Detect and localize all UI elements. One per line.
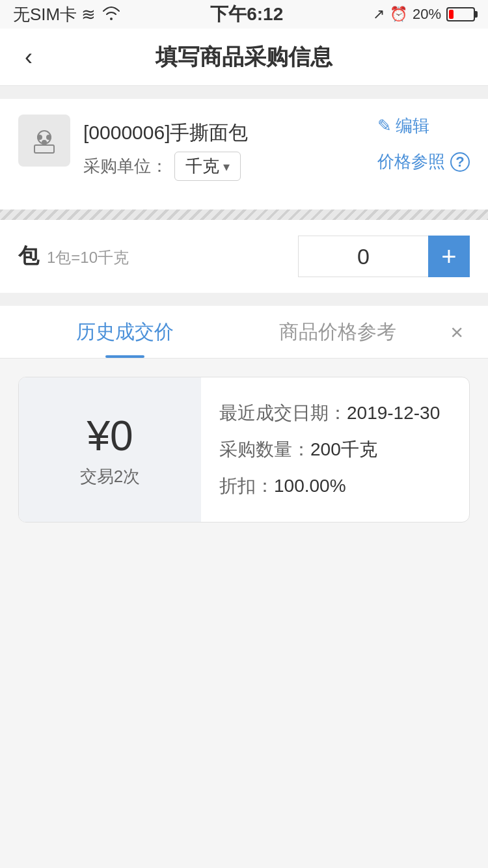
qty-unit: 包: [18, 242, 39, 271]
page-title: 填写商品采购信息: [156, 42, 332, 72]
purchase-qty-label: 采购数量：: [219, 439, 310, 459]
recent-date-label: 最近成交日期：: [219, 403, 347, 423]
price-card: ¥0 交易2次 最近成交日期：2019-12-30 采购数量：200千克 折扣：…: [18, 377, 470, 522]
tabs-section: 历史成交价 商品价格参考 × ¥0 交易2次 最近成交日期：2019-12-30…: [0, 306, 488, 868]
nav-bar: ‹ 填写商品采购信息: [0, 29, 488, 86]
carrier-text: 无SIM卡 ≋: [13, 3, 96, 26]
purchase-qty-value: 200千克: [310, 439, 377, 459]
stripe-divider: [0, 210, 488, 220]
help-icon[interactable]: ?: [450, 152, 470, 172]
unit-label: 采购单位：: [83, 155, 168, 178]
status-right: ↗ ⏰ 20%: [373, 6, 475, 23]
svg-point-2: [46, 135, 51, 140]
price-card-right: 最近成交日期：2019-12-30 采购数量：200千克 折扣：100.00%: [201, 377, 469, 522]
discount-row: 折扣：100.00%: [219, 474, 451, 498]
chevron-down-icon: ▾: [223, 159, 230, 174]
status-left: 无SIM卡 ≋: [13, 3, 120, 26]
svg-rect-4: [34, 145, 54, 153]
product-name: [0000006]手撕面包: [83, 120, 248, 146]
edit-label: 编辑: [396, 115, 429, 137]
battery-percent: 20%: [413, 6, 441, 23]
close-tab-button[interactable]: ×: [444, 313, 470, 351]
qty-conversion: 1包=10千克: [47, 247, 129, 268]
svg-point-1: [37, 135, 42, 140]
tab-product-label: 商品价格参考: [279, 319, 396, 346]
alarm-icon: ⏰: [390, 6, 407, 23]
recent-date-row: 最近成交日期：2019-12-30: [219, 401, 451, 426]
product-header: [0000006]手撕面包 采购单位： 千克 ▾ ✎ 编辑 价格参照 ?: [18, 115, 470, 181]
price-ref-button[interactable]: 价格参照: [377, 150, 445, 173]
tab-history-price[interactable]: 历史成交价: [18, 306, 231, 358]
edit-icon: ✎: [377, 116, 392, 136]
unit-value: 千克: [185, 155, 219, 178]
tab-product-price[interactable]: 商品价格参考: [231, 306, 444, 358]
product-card: [0000006]手撕面包 采购单位： 千克 ▾ ✎ 编辑 价格参照 ?: [0, 99, 488, 210]
quantity-row: 包 1包=10千克 +: [0, 220, 488, 293]
product-unit-row: 采购单位： 千克 ▾: [83, 152, 248, 181]
content-area: [0, 541, 488, 868]
wifi-icon: [102, 5, 120, 25]
price-transactions: 交易2次: [80, 465, 140, 488]
location-icon: ↗: [373, 6, 385, 23]
quantity-label: 包 1包=10千克: [18, 242, 129, 271]
status-time: 下午6:12: [210, 2, 283, 27]
product-right-actions: ✎ 编辑 价格参照 ?: [377, 115, 470, 173]
product-thumbnail: [18, 115, 70, 167]
status-bar: 无SIM卡 ≋ 下午6:12 ↗ ⏰ 20%: [0, 0, 488, 29]
product-left: [0000006]手撕面包 采购单位： 千克 ▾: [18, 115, 248, 181]
quantity-input[interactable]: [298, 236, 428, 277]
price-card-left: ¥0 交易2次: [19, 377, 201, 522]
tabs-header: 历史成交价 商品价格参考 ×: [0, 306, 488, 359]
currency-symbol: ¥: [87, 413, 110, 459]
quantity-controls: +: [298, 236, 470, 277]
svg-point-3: [42, 140, 47, 145]
back-button[interactable]: ‹: [18, 37, 39, 77]
recent-date-value: 2019-12-30: [347, 403, 440, 423]
tab-active-indicator: [105, 355, 144, 358]
discount-value: 100.00%: [274, 476, 346, 496]
product-info: [0000006]手撕面包 采购单位： 千克 ▾: [83, 115, 248, 181]
purchase-qty-row: 采购数量：200千克: [219, 437, 451, 462]
price-value: 0: [110, 413, 133, 459]
unit-select[interactable]: 千克 ▾: [174, 152, 241, 181]
discount-label: 折扣：: [219, 476, 274, 496]
plus-button[interactable]: +: [428, 236, 470, 277]
edit-button[interactable]: ✎ 编辑: [377, 115, 470, 137]
battery-icon: [446, 7, 475, 21]
price-amount: ¥0: [87, 412, 133, 460]
tab-history-label: 历史成交价: [76, 319, 174, 346]
